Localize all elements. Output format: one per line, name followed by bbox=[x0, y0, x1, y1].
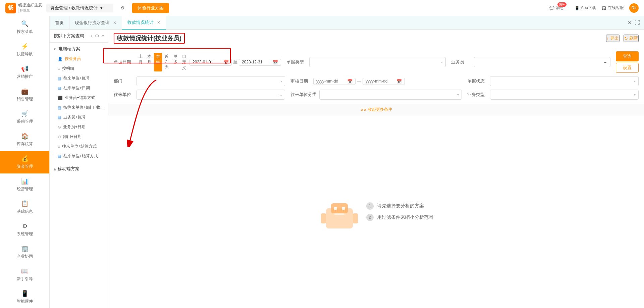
date-custom-btn[interactable]: 自定义 bbox=[180, 53, 188, 71]
scheme-item-dept-date[interactable]: ⊙ 部门+日期 bbox=[50, 132, 108, 142]
unit-settle-icon: ≡ bbox=[58, 144, 60, 149]
sidebar-item-basic-info[interactable]: 📋 基础信息 bbox=[0, 196, 49, 218]
export-btn[interactable]: ↑ 导出 bbox=[606, 35, 620, 42]
review-date-to-input[interactable]: 📅 bbox=[363, 78, 405, 85]
sidebar-item-quick-nav[interactable]: ⚡ 快捷导航 bbox=[0, 39, 49, 61]
tab-bank-flow-close[interactable]: ✕ bbox=[113, 20, 116, 25]
tab-bank-flow[interactable]: 现金银行流水查询 ✕ bbox=[69, 16, 122, 30]
tab-home[interactable]: 首页 bbox=[50, 16, 69, 30]
doc-type-input[interactable]: ▾ bbox=[309, 57, 446, 67]
app-download-label: App下载 bbox=[581, 5, 596, 11]
settings-btn[interactable]: 设置 bbox=[616, 63, 639, 73]
date-to-input[interactable]: 📅 bbox=[239, 59, 281, 66]
sidebar-item-guide[interactable]: 📖 新手引导 bbox=[0, 263, 49, 286]
sidebar-item-marketing-label: 营销推广 bbox=[17, 74, 33, 80]
step-2-num: 2 bbox=[366, 214, 374, 221]
collapse-bar[interactable]: ∧∧ 收起更多条件 bbox=[108, 104, 644, 115]
review-date-separator: — bbox=[357, 79, 361, 84]
breadcrumb[interactable]: 资金管理 / 收款情况统计 ▾ bbox=[46, 4, 113, 12]
date-this-month-btn[interactable]: 本月 bbox=[145, 53, 153, 71]
scheme-collapse-btn[interactable]: « bbox=[101, 33, 104, 39]
scheme-item-unit-settle[interactable]: ≡ 往来单位+结算方式 bbox=[50, 142, 108, 151]
sidebar-item-finance[interactable]: 💰 资金管理 bbox=[0, 151, 49, 173]
marketing-icon: 📢 bbox=[21, 65, 29, 72]
scheme-add-btn[interactable]: + bbox=[90, 33, 93, 39]
breadcrumb-dropdown-icon[interactable]: ▾ bbox=[100, 5, 103, 10]
staff-more-icon: ··· bbox=[604, 60, 607, 65]
scheme-panel: 按以下方案查询 + ⚙ « ▼ 电脑端方案 👤 按业务员 bbox=[50, 30, 108, 308]
by-staff-label: 按业务员 bbox=[65, 56, 81, 62]
staff-input[interactable]: ··· bbox=[474, 57, 610, 67]
date-separator: 至 bbox=[233, 59, 237, 65]
staff-account-label: 业务员+账号 bbox=[63, 114, 86, 120]
scheme-settings-btn[interactable]: ⚙ bbox=[95, 33, 99, 39]
scheme-item-unit-settle2[interactable]: ▦ 往来单位+结算方式 bbox=[50, 151, 108, 161]
sidebar-item-sales[interactable]: 💼 销售管理 bbox=[0, 84, 49, 106]
unit-dept-collect-icon: ▦ bbox=[58, 105, 61, 110]
doc-status-input[interactable]: ▾ bbox=[490, 76, 639, 86]
date-this-year-btn[interactable]: 本年 bbox=[154, 53, 162, 71]
date-7days-btn[interactable]: 近7天 bbox=[163, 53, 171, 71]
sidebar-item-inventory[interactable]: 🏠 库存核算 bbox=[0, 129, 49, 151]
basic-info-icon: 📋 bbox=[21, 200, 29, 207]
date-more-btn[interactable]: 更多 bbox=[171, 53, 179, 71]
staff-settle-icon: ⬛ bbox=[58, 96, 63, 100]
query-btn[interactable]: 查询 bbox=[616, 51, 639, 61]
scheme-item-unit-dept-collect[interactable]: ▦ 按往来单位+部门+收... bbox=[50, 103, 108, 112]
app-download-btn[interactable]: 📱 App下载 bbox=[575, 5, 596, 11]
scheme-item-staff-account[interactable]: ▦ 业务员+账号 bbox=[50, 112, 108, 122]
dept-input[interactable]: ▾ bbox=[137, 76, 285, 86]
top-header: 畅 畅捷通好生意 标准版 资金管理 / 收款情况统计 ▾ ⚙ 体验行业方案 💬 … bbox=[0, 0, 644, 16]
by-detail-icon: ≡ bbox=[58, 66, 60, 71]
sidebar: 🔍 搜索菜单 ⚡ 快捷导航 📢 营销推广 💼 销售管理 🛒 采购管理 🏠 库存核… bbox=[0, 16, 50, 308]
review-date-from-input[interactable]: 📅 bbox=[313, 78, 356, 85]
date-last-month-btn[interactable]: 上月 bbox=[137, 53, 145, 71]
sidebar-item-search-menu[interactable]: 🔍 搜索菜单 bbox=[0, 16, 49, 39]
date-to-field[interactable] bbox=[242, 60, 271, 64]
user-initial: Rit bbox=[632, 6, 637, 10]
sidebar-item-purchase[interactable]: 🛒 采购管理 bbox=[0, 106, 49, 129]
review-date-to-field[interactable] bbox=[366, 79, 395, 84]
scheme-item-staff-date[interactable]: ⊙ 业务员+日期 bbox=[50, 122, 108, 132]
partner-type-input[interactable]: ▾ bbox=[319, 90, 462, 100]
scheme-item-by-detail[interactable]: ≡ 按明细 bbox=[50, 64, 108, 73]
dept-date-label: 部门+日期 bbox=[63, 134, 82, 140]
biz-type-input[interactable]: ▾ bbox=[490, 90, 639, 100]
user-avatar[interactable]: Rit bbox=[629, 3, 639, 13]
inventory-icon: 🏠 bbox=[21, 133, 29, 140]
tab-maximize-btn[interactable]: ⛶ bbox=[635, 20, 640, 26]
tab-close-all-btn[interactable]: ✕ bbox=[628, 19, 632, 26]
tab-collect-stat-close[interactable]: ✕ bbox=[157, 20, 160, 25]
scheme-group-mobile-header[interactable]: ▶ 移动端方案 bbox=[50, 164, 108, 174]
empty-content: 1 请先选择要分析的方案 2 用过滤条件来缩小分析范围 bbox=[319, 195, 433, 228]
partner-input[interactable]: ··· bbox=[137, 90, 285, 100]
header-settings-btn[interactable]: ⚙ bbox=[117, 3, 128, 13]
staff-settle-label: 业务员+结算方式 bbox=[65, 95, 95, 101]
sidebar-item-marketing[interactable]: 📢 营销推广 bbox=[0, 61, 49, 84]
message-icon: 💬 bbox=[549, 6, 554, 10]
app-logo-icon: 畅 bbox=[5, 3, 16, 13]
empty-steps: 1 请先选择要分析的方案 2 用过滤条件来缩小分析范围 bbox=[366, 202, 433, 221]
filter-row-2: 部门 ▾ 审核日期 📅 bbox=[114, 76, 639, 86]
unit-settle2-label: 往来单位+结算方式 bbox=[63, 153, 98, 159]
date-from-input[interactable]: 📅 bbox=[190, 59, 232, 66]
scheme-item-staff-settle[interactable]: ⬛ 业务员+结算方式 bbox=[50, 93, 108, 103]
sidebar-item-enterprise[interactable]: 🏢 企业协同 bbox=[0, 241, 49, 263]
date-from-field[interactable] bbox=[193, 60, 222, 64]
svg-point-2 bbox=[334, 207, 337, 210]
online-service-label: 在线客服 bbox=[608, 5, 624, 11]
sidebar-item-smart-hw[interactable]: 📱 智能硬件 bbox=[0, 286, 49, 308]
review-date-from-field[interactable] bbox=[316, 79, 346, 84]
scheme-item-by-staff[interactable]: 👤 按业务员 bbox=[50, 54, 108, 64]
trial-button[interactable]: 体验行业方案 bbox=[132, 3, 169, 13]
scheme-group-desktop-header[interactable]: ▼ 电脑端方案 bbox=[50, 44, 108, 54]
scheme-item-unit-date[interactable]: ▦ 往来单位+日期 bbox=[50, 83, 108, 93]
tab-collect-stat[interactable]: 收款情况统计 ✕ bbox=[122, 16, 166, 30]
scheme-item-unit-account[interactable]: ▦ 往来单位+账号 bbox=[50, 73, 108, 83]
sidebar-item-operation[interactable]: 📊 经营管理 bbox=[0, 173, 49, 196]
sidebar-item-system[interactable]: ⚙ 系统管理 bbox=[0, 218, 49, 241]
message-btn[interactable]: 💬 消息 99+ bbox=[549, 5, 564, 11]
online-service-btn[interactable]: 🎧 在线客服 bbox=[601, 5, 624, 11]
quick-nav-icon: ⚡ bbox=[21, 43, 29, 50]
refresh-btn[interactable]: ↻ 刷新 bbox=[624, 35, 639, 42]
